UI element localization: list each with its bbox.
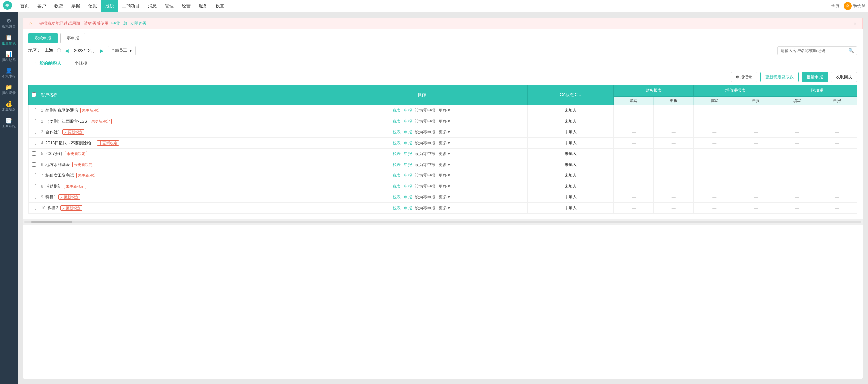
nav-item-business[interactable]: 工商项目 [118, 0, 144, 12]
tab-tax-declaration[interactable]: 税款申报 [28, 33, 58, 43]
row-checkbox-0[interactable] [32, 108, 36, 112]
update-tax-settings-button[interactable]: 更新税定及取数 [760, 72, 799, 82]
row-op-declare-6[interactable]: 申报 [404, 173, 412, 178]
sidebar-item-batch-tax[interactable]: 📋 批量报税 [0, 31, 18, 48]
collect-receipt-button[interactable]: 收取回执 [831, 72, 857, 82]
tab-small-scale[interactable]: 小规模 [68, 58, 94, 69]
row-checkbox-8[interactable] [32, 195, 36, 199]
select-all-checkbox[interactable] [32, 92, 36, 97]
batch-declaration-button[interactable]: 批量申报 [802, 72, 828, 82]
row-op-more-8[interactable]: 更多▼ [439, 195, 451, 199]
row-op-more-2[interactable]: 更多▼ [439, 130, 451, 134]
member-button[interactable]: 会 畅会员 [844, 2, 865, 10]
row-op-taxform-3[interactable]: 税表 [393, 141, 401, 145]
th-select-all[interactable] [29, 85, 39, 105]
date-next-button[interactable]: ▶ [100, 48, 104, 54]
row-checkbox-9[interactable] [32, 206, 36, 210]
row-op-more-7[interactable]: 更多▼ [439, 184, 451, 189]
row-checkbox-3[interactable] [32, 141, 36, 145]
row-op-zero-6[interactable]: 设为零申报 [415, 173, 435, 178]
search-input[interactable] [778, 47, 846, 55]
banner-link-summary[interactable]: 申报汇总 [111, 21, 127, 26]
horizontal-scrollbar[interactable] [23, 219, 863, 225]
banner-close-button[interactable]: ✕ [853, 21, 857, 26]
row-op-more-4[interactable]: 更多▼ [439, 151, 451, 156]
nav-item-invoice[interactable]: 票据 [67, 0, 84, 12]
row-op-taxform-5[interactable]: 税表 [393, 162, 401, 167]
nav-item-settings[interactable]: 设置 [212, 0, 229, 12]
department-select[interactable]: 全部员工 ▼ [108, 46, 136, 55]
search-button[interactable]: 🔍 [846, 47, 857, 55]
row-op-declare-3[interactable]: 申报 [404, 141, 412, 145]
row-op-declare-4[interactable]: 申报 [404, 151, 412, 156]
row-op-zero-2[interactable]: 设为零申报 [415, 130, 435, 134]
nav-item-charge[interactable]: 收费 [50, 0, 67, 12]
row-op-taxform-8[interactable]: 税表 [393, 195, 401, 199]
row-op-declare-8[interactable]: 申报 [404, 195, 412, 199]
nav-item-customer[interactable]: 客户 [33, 0, 50, 12]
scroll-thumb[interactable] [31, 221, 72, 223]
row-op-taxform-4[interactable]: 税表 [393, 151, 401, 156]
nav-item-service[interactable]: 服务 [195, 0, 212, 12]
date-prev-button[interactable]: ◀ [65, 48, 69, 54]
declaration-record-button[interactable]: 申报记录 [731, 72, 757, 82]
row-op-taxform-7[interactable]: 税表 [393, 184, 401, 189]
row-op-zero-3[interactable]: 设为零申报 [415, 141, 435, 145]
fullscreen-button[interactable]: 全屏 [831, 3, 840, 9]
row-op-more-0[interactable]: 更多▼ [439, 108, 451, 113]
row-checkbox-cell-2[interactable] [29, 127, 39, 138]
sidebar-item-business-annual[interactable]: 📑 工商年报 [0, 114, 18, 131]
row-op-zero-4[interactable]: 设为零申报 [415, 151, 435, 156]
row-op-taxform-9[interactable]: 税表 [393, 206, 401, 210]
row-op-declare-5[interactable]: 申报 [404, 162, 412, 167]
sidebar-item-tax-settings[interactable]: ⚙ 报税设置 [0, 15, 18, 31]
row-op-declare-2[interactable]: 申报 [404, 130, 412, 134]
tab-general-taxpayer[interactable]: 一般的纳税人 [28, 58, 68, 69]
row-op-zero-8[interactable]: 设为零申报 [415, 195, 435, 199]
nav-item-manage[interactable]: 管理 [161, 0, 178, 12]
row-op-more-5[interactable]: 更多▼ [439, 162, 451, 167]
region-info-icon[interactable]: ⓘ [57, 48, 61, 54]
row-op-taxform-6[interactable]: 税表 [393, 173, 401, 178]
nav-item-home[interactable]: 首页 [16, 0, 33, 12]
nav-item-account[interactable]: 记账 [84, 0, 101, 12]
row-checkbox-6[interactable] [32, 173, 36, 177]
row-op-zero-9[interactable]: 设为零申报 [415, 206, 435, 210]
row-op-zero-0[interactable]: 设为零申报 [415, 108, 435, 113]
banner-link-buy[interactable]: 立即购买 [130, 21, 146, 26]
sidebar-item-annual-settlement[interactable]: 💰 汇算清缴 [0, 98, 18, 114]
row-checkbox-2[interactable] [32, 130, 36, 134]
row-op-declare-9[interactable]: 申报 [404, 206, 412, 210]
row-checkbox-cell-4[interactable] [29, 149, 39, 159]
row-op-zero-1[interactable]: 设为零申报 [415, 119, 435, 124]
row-op-more-1[interactable]: 更多▼ [439, 119, 451, 124]
row-op-taxform-1[interactable]: 税表 [393, 119, 401, 124]
sidebar-item-tax-overview[interactable]: 📊 报税总览 [0, 48, 18, 65]
row-op-more-3[interactable]: 更多▼ [439, 141, 451, 145]
tab-zero-declaration[interactable]: 零申报 [60, 33, 85, 43]
row-checkbox-cell-1[interactable] [29, 116, 39, 127]
row-checkbox-cell-6[interactable] [29, 170, 39, 181]
row-op-more-9[interactable]: 更多▼ [439, 206, 451, 210]
nav-item-tax[interactable]: 报税 [101, 0, 118, 12]
row-op-declare-7[interactable]: 申报 [404, 184, 412, 189]
row-op-zero-5[interactable]: 设为零申报 [415, 162, 435, 167]
row-op-zero-7[interactable]: 设为零申报 [415, 184, 435, 189]
row-op-taxform-0[interactable]: 税表 [393, 108, 401, 113]
row-checkbox-5[interactable] [32, 162, 36, 167]
row-op-declare-0[interactable]: 申报 [404, 108, 412, 113]
row-checkbox-7[interactable] [32, 184, 36, 188]
row-op-declare-1[interactable]: 申报 [404, 119, 412, 124]
row-checkbox-1[interactable] [32, 119, 36, 123]
nav-item-operation[interactable]: 经营 [178, 0, 195, 12]
row-op-more-6[interactable]: 更多▼ [439, 173, 451, 178]
sidebar-item-personal-tax[interactable]: 👤 个税申报 [0, 65, 18, 81]
row-checkbox-cell-3[interactable] [29, 138, 39, 149]
row-checkbox-cell-9[interactable] [29, 203, 39, 214]
row-checkbox-4[interactable] [32, 151, 36, 156]
sidebar-item-tax-records[interactable]: 📁 报税记录 [0, 81, 18, 98]
row-checkbox-cell-5[interactable] [29, 159, 39, 170]
row-checkbox-cell-8[interactable] [29, 192, 39, 203]
row-checkbox-cell-7[interactable] [29, 181, 39, 192]
row-checkbox-cell-0[interactable] [29, 105, 39, 116]
